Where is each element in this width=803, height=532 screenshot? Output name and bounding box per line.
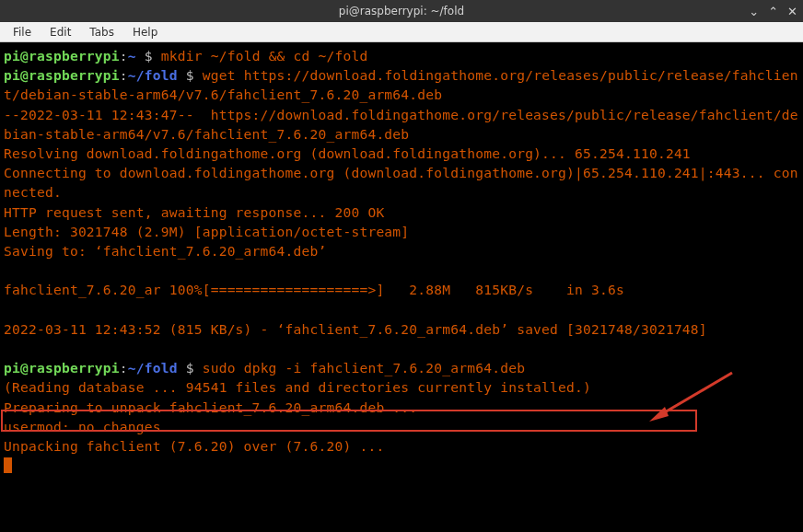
- out-unpacking: Unpacking fahclient (7.6.20) over (7.6.2…: [4, 438, 384, 454]
- prompt-sep: :: [120, 48, 128, 64]
- out-saved: 2022-03-11 12:43:52 (815 KB/s) - ‘fahcli…: [4, 321, 707, 337]
- cursor: [4, 457, 12, 473]
- menu-tabs[interactable]: Tabs: [82, 24, 122, 40]
- cmd-mkdir: mkdir ~/fold && cd ~/fold: [161, 48, 368, 64]
- svg-line-0: [658, 373, 732, 416]
- prompt-userhost: pi@raspberrypi: [4, 360, 120, 376]
- out-length: Length: 3021748 (2.9M) [application/octe…: [4, 224, 409, 239]
- out-usermod: usermod: no changes: [4, 419, 161, 434]
- menu-file[interactable]: File: [6, 24, 39, 40]
- prompt-sigil: $: [186, 67, 194, 83]
- prompt-path: ~/fold: [128, 360, 178, 376]
- prompt-sep: :: [120, 360, 128, 376]
- maximize-icon[interactable]: ⌃: [768, 6, 778, 17]
- out-wget-ts: --2022-03-11 12:43:47-- https://download…: [4, 107, 798, 142]
- prompt-sep: :: [120, 67, 128, 83]
- menu-help[interactable]: Help: [125, 24, 165, 40]
- annotation-arrow-icon: [645, 368, 737, 423]
- out-saving: Saving to: ‘fahclient_7.6.20_arm64.deb’: [4, 243, 326, 259]
- window-controls: ⌄ ⌃ ✕: [749, 6, 797, 17]
- menubar: File Edit Tabs Help: [0, 22, 803, 42]
- titlebar: pi@raspberrypi: ~/fold ⌄ ⌃ ✕: [0, 0, 803, 22]
- minimize-icon[interactable]: ⌄: [749, 6, 759, 17]
- svg-marker-1: [649, 407, 669, 422]
- prompt-userhost: pi@raspberrypi: [4, 67, 120, 83]
- close-icon[interactable]: ✕: [787, 6, 797, 17]
- prompt-path: ~: [128, 48, 136, 64]
- out-connecting: Connecting to download.foldingathome.org…: [4, 165, 798, 200]
- window-title: pi@raspberrypi: ~/fold: [339, 5, 464, 17]
- out-resolving: Resolving download.foldingathome.org (do…: [4, 145, 691, 161]
- out-progress: fahclient_7.6.20_ar 100%[===============…: [4, 282, 624, 297]
- menu-edit[interactable]: Edit: [42, 24, 78, 40]
- out-preparing: Preparing to unpack fahclient_7.6.20_arm…: [4, 399, 417, 415]
- out-reading: (Reading database ... 94541 files and di…: [4, 379, 591, 395]
- prompt-sigil: $: [186, 360, 194, 376]
- out-http: HTTP request sent, awaiting response... …: [4, 204, 384, 220]
- prompt-path: ~/fold: [128, 67, 178, 83]
- terminal[interactable]: pi@raspberrypi:~ $ mkdir ~/fold && cd ~/…: [0, 42, 803, 532]
- prompt-sigil: $: [145, 48, 153, 64]
- cmd-dpkg: sudo dpkg -i fahclient_7.6.20_arm64.deb: [203, 360, 525, 376]
- prompt-userhost: pi@raspberrypi: [4, 48, 120, 64]
